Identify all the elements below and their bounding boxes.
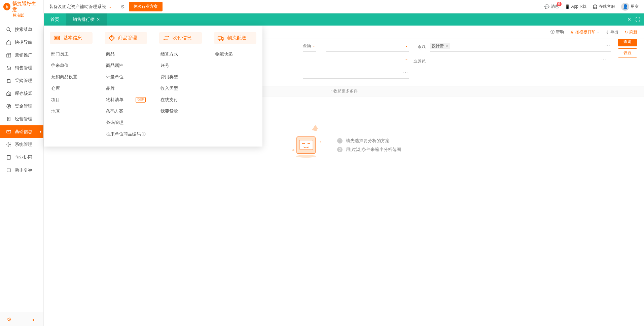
- book-icon: [6, 167, 11, 173]
- online-service-link[interactable]: 🎧 在线客服: [593, 4, 615, 9]
- nav-label: 搜索菜单: [15, 27, 32, 33]
- nav-purchase[interactable]: 采购管理: [0, 74, 43, 87]
- help-button[interactable]: ⓘ 帮助: [550, 29, 564, 35]
- mega-item-project[interactable]: 项目: [50, 94, 93, 106]
- svg-point-14: [8, 144, 9, 145]
- filter-input-fragment2[interactable]: ⌄: [326, 43, 409, 52]
- avatar-icon: 👤: [621, 3, 629, 11]
- svg-point-24: [320, 141, 321, 142]
- filter-input-fragment[interactable]: 金额 ⌄: [303, 43, 316, 52]
- mega-item-unit[interactable]: 计量单位: [105, 71, 147, 83]
- more-icon[interactable]: ⋯: [403, 70, 408, 75]
- header-right: 💬 消息 6 📱 App下载 🎧 在线客服 👤 用友: [544, 3, 639, 11]
- empty-hint-1: 1 请先选择要分析的方案: [337, 138, 401, 144]
- chevron-down-icon[interactable]: ⌄: [312, 43, 316, 48]
- svg-rect-12: [7, 130, 11, 133]
- tab-sales-ranking[interactable]: 销售排行榜 ✕: [66, 13, 107, 26]
- nav-inventory[interactable]: 库存核算: [0, 87, 43, 100]
- help-icon[interactable]: ⓘ: [142, 131, 146, 137]
- headset-icon: 🎧: [593, 4, 598, 9]
- close-all-tabs-icon[interactable]: ✕: [627, 17, 631, 22]
- list-badge[interactable]: 列表: [136, 97, 146, 103]
- salesman-input[interactable]: ⋯: [430, 56, 607, 65]
- close-icon[interactable]: ✕: [97, 17, 100, 22]
- nav-label: 营销推广: [15, 52, 32, 58]
- mega-col-basic: 基本信息 部门员工 往来单位 允销商品设置 仓库 项目 地区: [44, 32, 99, 140]
- mega-item-allowed[interactable]: 允销商品设置: [50, 71, 93, 83]
- step-number: 1: [337, 138, 343, 144]
- help-label: 帮助: [556, 29, 564, 35]
- mega-item-income[interactable]: 收入类型: [159, 83, 202, 94]
- mega-item-product[interactable]: 商品: [105, 48, 147, 60]
- mega-item-partners[interactable]: 往来单位: [50, 60, 93, 71]
- nav-guide[interactable]: 新手引导: [0, 164, 43, 176]
- nav-quick[interactable]: 快捷导航: [0, 36, 43, 49]
- message-badge: 6: [557, 2, 562, 6]
- tab-label: 销售排行榜: [73, 16, 95, 23]
- mega-item-staff[interactable]: 部门员工: [50, 48, 93, 60]
- more-icon[interactable]: ⋯: [605, 43, 610, 48]
- tag-icon: [108, 34, 115, 42]
- try-plan-button[interactable]: 体验行业方案: [129, 2, 163, 11]
- nav-search-menu[interactable]: 搜索菜单: [0, 23, 43, 36]
- mega-title: 基本信息: [63, 35, 82, 41]
- product-input[interactable]: 设计费 ✕ ⋯: [430, 43, 611, 52]
- collapse-sidebar-icon[interactable]: ◂∥: [32, 317, 37, 322]
- svg-point-5: [10, 69, 10, 70]
- mega-item-brand[interactable]: 品牌: [105, 83, 147, 94]
- mega-title: 收付信息: [173, 35, 191, 41]
- fullscreen-icon[interactable]: ⛶: [635, 17, 640, 22]
- tab-home[interactable]: 首页: [44, 13, 66, 26]
- mega-item-account[interactable]: 账号: [159, 60, 202, 71]
- mega-item-region[interactable]: 地区: [50, 106, 93, 117]
- print-button[interactable]: 🖨 按模板打印 ⌄: [570, 29, 600, 35]
- refresh-icon: ↻: [624, 30, 628, 35]
- sidebar-footer: ⚙ ◂∥: [0, 313, 43, 326]
- tabs-actions: ✕ ⛶: [627, 13, 644, 26]
- filter-input-fragment3[interactable]: ⌄: [303, 56, 409, 65]
- messages-link[interactable]: 💬 消息 6: [544, 4, 559, 9]
- mega-item-settlement[interactable]: 结算方式: [159, 48, 202, 60]
- export-button[interactable]: ⇩ 导出: [606, 29, 618, 35]
- gift-icon: [6, 52, 11, 58]
- product-label: 商品: [413, 45, 426, 50]
- logo[interactable]: b 畅捷通好生意: [0, 0, 43, 13]
- header-gear-icon[interactable]: ⚙: [120, 4, 125, 10]
- building-icon: [6, 155, 11, 160]
- mega-item-online-pay[interactable]: 在线支付: [159, 94, 202, 106]
- id-card-icon: [53, 34, 61, 42]
- nav-system[interactable]: 系统管理: [0, 138, 43, 151]
- nav-sales[interactable]: 销售管理: [0, 62, 43, 74]
- mega-item-bom[interactable]: 物料清单 列表: [105, 94, 147, 106]
- nav-marketing[interactable]: 营销推广: [0, 49, 43, 62]
- mega-item-partner-code[interactable]: 往来单位商品编码 ⓘ: [105, 128, 147, 140]
- mega-item-attrs[interactable]: 商品属性: [105, 60, 147, 71]
- more-icon[interactable]: ⋯: [601, 56, 606, 62]
- mega-item-warehouse[interactable]: 仓库: [50, 83, 93, 94]
- query-button[interactable]: 查询: [618, 39, 637, 46]
- mega-item-barcode-plan[interactable]: 条码方案: [105, 106, 147, 117]
- system-selector[interactable]: 装备及固定资产辅助管理系统 ⌄: [49, 4, 116, 10]
- tag-remove-icon[interactable]: ✕: [445, 44, 448, 48]
- chevron-down-icon[interactable]: ⌄: [405, 56, 408, 61]
- nav-label: 采购管理: [15, 78, 32, 84]
- nav-basic-info[interactable]: 基础信息: [0, 125, 43, 138]
- svg-point-26: [55, 37, 57, 39]
- app-download-link[interactable]: 📱 App下载: [565, 4, 586, 9]
- nav-enterprise[interactable]: 企业协同: [0, 151, 43, 164]
- mega-col-payment: 收付信息 结算方式 账号 费用类型 收入类型 在线支付 我要贷款: [153, 32, 208, 140]
- nav-funds[interactable]: ¥ 资金管理: [0, 100, 43, 113]
- mega-item-loan[interactable]: 我要贷款: [159, 106, 202, 117]
- user-menu[interactable]: 👤 用友: [621, 3, 639, 11]
- filter-input-fragment4[interactable]: ⋯: [303, 70, 409, 79]
- mega-item-express[interactable]: 物流快递: [214, 48, 257, 60]
- settings-gear-icon[interactable]: ⚙: [7, 316, 11, 323]
- reset-button[interactable]: 设置: [618, 48, 637, 57]
- chevron-down-icon[interactable]: ⌄: [405, 43, 408, 48]
- chevron-down-icon[interactable]: ⌄: [597, 30, 600, 34]
- nav-business[interactable]: 经营管理: [0, 113, 43, 125]
- svg-point-22: [296, 155, 316, 158]
- refresh-button[interactable]: ↻ 刷新: [624, 29, 637, 35]
- mega-item-expense[interactable]: 费用类型: [159, 71, 202, 83]
- mega-item-barcode-mgmt[interactable]: 条码管理: [105, 117, 147, 128]
